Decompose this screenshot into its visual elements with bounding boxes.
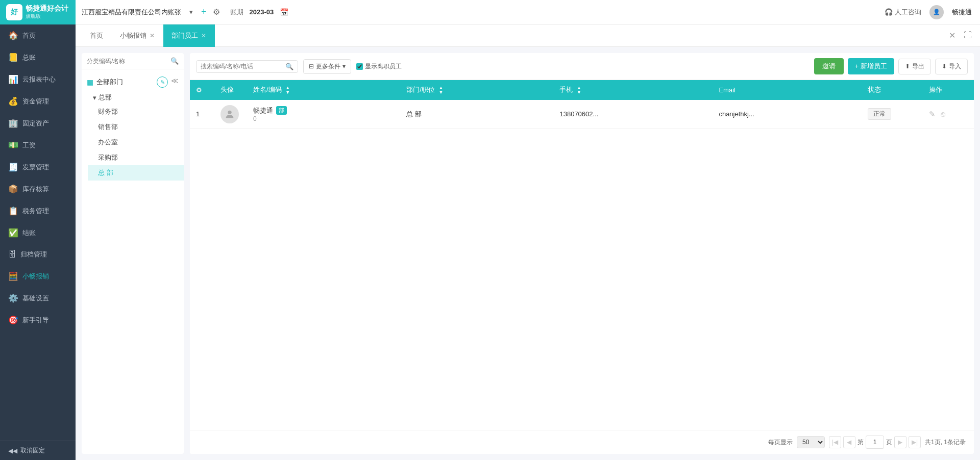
page-size-select[interactable]: 50 100 200	[797, 436, 825, 448]
sidebar-item-assets[interactable]: 🏢 固定资产	[0, 112, 76, 134]
show-resigned-checkbox-label[interactable]: 显示离职员工	[356, 62, 402, 71]
user-avatar: 👤	[929, 5, 944, 19]
tabs-actions: ✕ ⛶	[947, 29, 974, 42]
add-company-button[interactable]: +	[201, 7, 207, 17]
sidebar-item-archive[interactable]: 🗄 归档管理	[0, 244, 76, 265]
invoice-icon: 🧾	[8, 162, 18, 172]
dept-item-purchase[interactable]: 采购部	[88, 150, 184, 165]
col-avatar: 头像	[214, 80, 247, 100]
sidebar-label-archive: 归档管理	[20, 250, 47, 259]
page-label: 第	[857, 438, 864, 447]
sidebar-item-capital[interactable]: 💰 资金管理	[0, 90, 76, 112]
company-dropdown-icon[interactable]: ▾	[189, 8, 193, 16]
home-icon: 🏠	[8, 31, 18, 40]
sort-arrows-dept: ▲▼	[438, 86, 443, 95]
add-employee-button[interactable]: + 新增员工	[848, 58, 894, 74]
sidebar-item-home[interactable]: 🏠 首页	[0, 24, 76, 46]
pagination-bar: 每页显示 50 100 200 |◀ ◀ 第 页 ▶ ▶|	[190, 430, 974, 454]
sidebar-item-expense[interactable]: 🧮 小畅报销	[0, 265, 76, 287]
page-input[interactable]	[866, 436, 884, 449]
page-total: 共1页, 1条记录	[925, 438, 966, 447]
expand-icon: ▾	[93, 94, 96, 101]
sidebar-item-ledger[interactable]: 📒 总账	[0, 46, 76, 68]
row-name-cell: 畅捷通 部 0	[247, 100, 400, 129]
dept-edit-button[interactable]: ✎	[157, 76, 168, 88]
dept-collapse-icon[interactable]: ≪	[171, 76, 179, 88]
dept-search-area: 🔍	[82, 53, 184, 69]
employee-search-input[interactable]	[201, 63, 282, 70]
page-next-button[interactable]: ▶	[894, 436, 906, 448]
dept-item-finance[interactable]: 财务部	[88, 104, 184, 119]
page-nav: |◀ ◀ 第 页 ▶ ▶|	[829, 436, 921, 449]
top-bar-right: 🎧 人工咨询 👤 畅捷通	[885, 5, 972, 19]
row-email: chanjethkj...	[713, 100, 862, 129]
all-dept-header[interactable]: ▦ 全部部门 ✎ ≪	[82, 73, 184, 91]
headset-icon: 🎧	[885, 8, 893, 16]
page-last-button[interactable]: ▶|	[909, 436, 921, 448]
action-icons: ✎ ⎋	[929, 110, 968, 119]
sidebar-item-close[interactable]: ✅ 结账	[0, 222, 76, 244]
sidebar-item-tax[interactable]: 📋 税务管理	[0, 200, 76, 222]
tab-expense[interactable]: 小畅报销 ✕	[112, 24, 163, 47]
sidebar-pin-button[interactable]: ◀◀ 取消固定	[0, 441, 76, 460]
row-actions: ✎ ⎋	[923, 100, 974, 129]
tab-dept-label: 部门员工	[172, 31, 198, 40]
dept-group-header: ▾ 总部	[88, 91, 184, 104]
tab-expense-close-icon[interactable]: ✕	[150, 32, 155, 39]
toolbar-right: 邀请 + 新增员工 ⬆ 导出 ⬇ 导入	[814, 58, 968, 74]
dept-header-right: ✎ ≪	[157, 76, 179, 88]
service-button[interactable]: 🎧 人工咨询	[885, 8, 921, 17]
sidebar-item-settings[interactable]: ⚙️ 基础设置	[0, 287, 76, 309]
reports-icon: 📊	[8, 74, 18, 84]
company-name: 江西服宝精品有限责任公司内账张	[82, 8, 181, 17]
dept-item-sales[interactable]: 销售部	[88, 119, 184, 135]
inventory-icon: 📦	[8, 184, 18, 194]
export-label: 导出	[912, 62, 924, 71]
import-label: 导入	[949, 62, 961, 71]
page-unit: 页	[886, 438, 892, 447]
col-dept[interactable]: 部门/职位 ▲▼	[400, 80, 553, 100]
sidebar-label-salary: 工资	[22, 141, 36, 150]
filter-button[interactable]: ⊟ 更多条件 ▾	[303, 59, 351, 74]
sidebar-item-guide[interactable]: 🎯 新手引导	[0, 309, 76, 331]
sidebar-item-salary[interactable]: 💵 工资	[0, 134, 76, 156]
dept-item-general[interactable]: 总 部	[88, 165, 184, 181]
logout-icon[interactable]: ⎋	[941, 110, 945, 118]
top-bar: 好 畅捷通好会计 旗舰版 江西服宝精品有限责任公司内账张 ▾ + ⚙ 账期 20…	[0, 0, 980, 24]
dept-item-office[interactable]: 办公室	[88, 135, 184, 150]
sidebar-item-invoice[interactable]: 🧾 发票管理	[0, 156, 76, 178]
page-first-button[interactable]: |◀	[829, 436, 841, 448]
import-button[interactable]: ⬇ 导入	[935, 59, 968, 74]
tab-dept-close-icon[interactable]: ✕	[201, 32, 206, 39]
tab-dept-employee[interactable]: 部门员工 ✕	[163, 24, 215, 47]
sidebar: 🏠 首页 📒 总账 📊 云报表中心 💰 资金管理 🏢 固定资产 💵 工资 🧾 发…	[0, 24, 76, 460]
export-button[interactable]: ⬆ 导出	[898, 59, 931, 74]
dept-search-icon[interactable]: 🔍	[170, 57, 179, 65]
page-prev-button[interactable]: ◀	[843, 436, 855, 448]
tab-expand-icon[interactable]: ⛶	[962, 29, 974, 42]
col-name[interactable]: 姓名/编码 ▲▼	[247, 80, 400, 100]
col-settings[interactable]: ⚙	[190, 80, 214, 100]
all-dept-label: 全部部门	[96, 78, 123, 87]
col-email: Email	[713, 80, 862, 100]
row-status: 正常	[862, 100, 923, 129]
sidebar-item-reports[interactable]: 📊 云报表中心	[0, 68, 76, 90]
svg-point-0	[228, 110, 231, 114]
user-name[interactable]: 畅捷通	[952, 8, 972, 17]
dept-search-input[interactable]	[87, 58, 167, 65]
tab-expense-label: 小畅报销	[120, 31, 146, 40]
col-phone[interactable]: 手机 ▲▼	[553, 80, 713, 100]
edit-icon[interactable]: ✎	[929, 110, 936, 119]
logo-text: 畅捷通好会计	[26, 4, 68, 13]
avatar-circle	[220, 105, 239, 123]
settings-icon[interactable]: ⚙	[213, 7, 220, 17]
tab-minimize-icon[interactable]: ✕	[947, 29, 958, 42]
sidebar-label-guide: 新手引导	[22, 316, 49, 325]
invite-button[interactable]: 邀请	[814, 58, 844, 74]
tab-home[interactable]: 首页	[82, 24, 112, 47]
employee-search-icon[interactable]: 🔍	[285, 63, 293, 70]
show-resigned-checkbox[interactable]	[356, 63, 363, 70]
sidebar-label-settings: 基础设置	[22, 294, 49, 303]
calendar-icon[interactable]: 📅	[280, 8, 288, 16]
sidebar-item-inventory[interactable]: 📦 库存核算	[0, 178, 76, 200]
